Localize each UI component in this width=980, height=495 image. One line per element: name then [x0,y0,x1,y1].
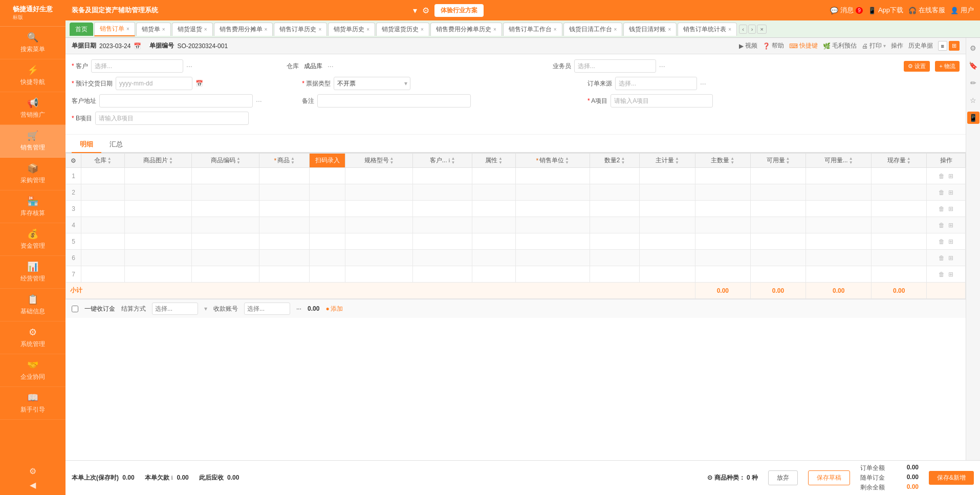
tab-close-9[interactable]: × [554,27,557,32]
copy-icon-1[interactable]: ⊞ [948,189,953,196]
row-code-0[interactable] [192,168,259,184]
sidebar-item-collab[interactable]: 🤝企业协同 [0,354,66,387]
row-warehouse-4[interactable] [81,233,125,250]
receipt-more-btn[interactable]: ··· [296,305,301,312]
customer-more-btn[interactable]: ··· [186,62,192,70]
right-edit-icon[interactable]: ✏ [967,77,979,89]
settings-header-icon[interactable]: ⚙ [422,6,429,15]
sidebar-item-finance[interactable]: 💰资金管理 [0,223,66,256]
copy-icon-6[interactable]: ⊞ [948,271,953,278]
row-warehouse-5[interactable] [81,250,125,266]
delete-icon-3[interactable]: 🗑 [939,222,945,229]
address-more-btn[interactable]: ··· [256,97,262,105]
tab-close-5[interactable]: × [318,27,321,32]
row-product-4[interactable] [259,233,310,250]
remarks-input[interactable] [317,94,471,107]
tab-close-10[interactable]: × [614,27,617,32]
view-action[interactable]: ▶ 视频 [739,41,757,50]
add-goods-btn[interactable]: + 物流 [935,61,959,72]
order-source-input[interactable] [615,77,697,90]
tab-detail[interactable]: 明细 [72,137,101,153]
tab-close-8[interactable]: × [493,27,496,32]
tab-close-6[interactable]: × [366,27,369,32]
list-view-btn[interactable]: ≡ [938,41,947,51]
row-product-3[interactable] [259,217,310,233]
calendar-icon[interactable]: 📅 [134,42,141,50]
message-btn[interactable]: 💬 消息 9 [830,6,863,15]
copy-icon-4[interactable]: ⊞ [948,238,953,245]
tab-prev-btn[interactable]: ‹ [739,25,747,34]
tab-close-2[interactable]: × [162,27,165,32]
dropdown-arrow-icon[interactable]: ▾ [413,6,417,15]
tab-next-btn[interactable]: › [748,25,756,34]
b-project-input[interactable] [95,112,249,125]
tab-11[interactable]: 钱货日清对账× [623,23,677,36]
row-warehouse-1[interactable] [81,184,125,201]
delete-icon-1[interactable]: 🗑 [939,189,945,196]
row-main-qty-5[interactable] [695,250,750,266]
row-product-0[interactable] [259,168,310,184]
delete-icon-6[interactable]: 🗑 [939,271,945,278]
salesperson-input[interactable] [574,59,656,73]
row-unit-4[interactable] [515,233,590,250]
row-product-6[interactable] [259,266,310,283]
online-service-btn[interactable]: 🎧 在线客服 [908,6,945,15]
right-star-icon[interactable]: ☆ [967,94,979,106]
settle-dropdown-icon[interactable]: ▾ [204,305,207,312]
settle-method-input[interactable] [152,303,198,315]
copy-icon-5[interactable]: ⊞ [948,254,953,262]
row-qty2-0[interactable] [590,168,640,184]
sidebar-item-inventory[interactable]: 🏪库存核算 [0,190,66,223]
tab-3[interactable]: 销货退货× [172,23,213,36]
row-code-2[interactable] [192,201,259,217]
tab-2[interactable]: 销货单× [136,23,171,36]
row-main-qty-4[interactable] [695,233,750,250]
salesperson-more-btn[interactable]: ··· [659,62,665,70]
row-warehouse-2[interactable] [81,201,125,217]
row-product-1[interactable] [259,184,310,201]
th-scan[interactable]: 扫码录入 [310,154,345,168]
row-code-6[interactable] [192,266,259,283]
operation-action[interactable]: 操作 [891,41,903,50]
tab-10[interactable]: 钱货日清工作台× [563,23,623,36]
row-warehouse-6[interactable] [81,266,125,283]
row-code-5[interactable] [192,250,259,266]
delete-icon-2[interactable]: 🗑 [939,205,945,212]
customer-input[interactable] [91,59,183,73]
row-product-5[interactable] [259,250,310,266]
receipt-account-input[interactable] [244,303,290,315]
a-project-input[interactable] [611,94,713,107]
row-main-qty-1[interactable] [695,184,750,201]
row-qty2-4[interactable] [590,233,640,250]
sidebar-item-basic[interactable]: 📋基础信息 [0,289,66,321]
delete-icon-0[interactable]: 🗑 [939,173,945,180]
row-unit-0[interactable] [515,168,590,184]
row-qty2-3[interactable] [590,217,640,233]
row-code-3[interactable] [192,217,259,233]
tab-1[interactable]: 销售订单× [94,22,135,36]
right-settings-icon[interactable]: ⚙ [967,42,979,54]
setup-btn[interactable]: ⚙ 设置 [904,61,930,72]
tab-7[interactable]: 销货退货历史× [376,23,429,36]
tab-close-1[interactable]: × [126,26,129,32]
shortcut-action[interactable]: ⌨ 快捷键 [789,41,818,50]
tab-6[interactable]: 销货单历史× [328,23,375,36]
sidebar-collapse[interactable]: ◀ [30,480,36,490]
row-unit-2[interactable] [515,201,590,217]
tab-12[interactable]: 销售订单统计表× [678,23,737,36]
delete-icon-5[interactable]: 🗑 [939,254,945,262]
user-btn[interactable]: 👤 用户 [950,6,974,15]
right-bookmark-icon[interactable]: 🔖 [967,59,979,72]
warehouse-more-btn[interactable]: ··· [328,62,334,70]
copy-icon-2[interactable]: ⊞ [948,205,953,212]
row-product-2[interactable] [259,201,310,217]
industry-btn[interactable]: 体验行业方案 [434,4,484,17]
tab-summary[interactable]: 汇总 [101,137,131,153]
row-main-qty-3[interactable] [695,217,750,233]
row-main-qty-6[interactable] [695,266,750,283]
row-code-4[interactable] [192,233,259,250]
sidebar-item-operations[interactable]: 📊经营管理 [0,256,66,289]
tab-close-all-btn[interactable]: × [757,25,766,34]
grid-view-btn[interactable]: ⊞ [949,41,960,51]
app-download-btn[interactable]: 📱 App下载 [868,6,903,15]
